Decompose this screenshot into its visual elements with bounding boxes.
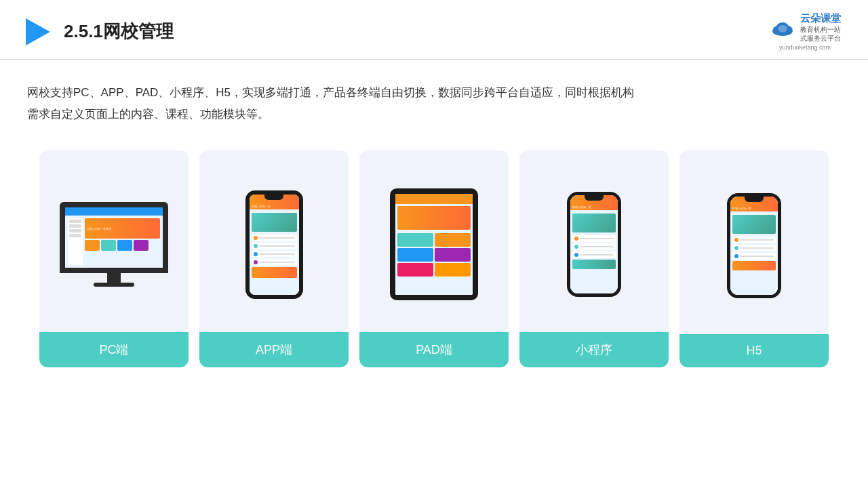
card-h5: 职通人的第一堂 <box>679 150 829 367</box>
ms-sidebar <box>68 218 83 265</box>
phone-body-app: 职通人的第一堂 <box>245 190 303 299</box>
tablet-body <box>390 188 478 300</box>
description-block: 网校支持PC、APP、PAD、小程序、H5，实现多端打通，产品各终端自由切换，数… <box>0 60 868 126</box>
card-pad: PAD端 <box>359 150 509 367</box>
tablet-screen <box>395 194 473 295</box>
logo-tagline: 教育机构一站 式服务云平台 <box>800 25 841 43</box>
miniapp-mockup: 职通人的第一堂 <box>519 150 669 332</box>
logo-main-text: 云朵课堂 <box>800 12 841 25</box>
card-miniapp: 职通人的第一堂 <box>519 150 669 367</box>
phone-screen-mini: 职通人的第一堂 <box>570 195 618 293</box>
monitor-body: 职通人的第一堂网课 <box>60 202 168 273</box>
app-mockup: 职通人的第一堂 <box>199 150 349 332</box>
card-label-pc: PC端 <box>39 332 189 367</box>
pc-monitor: 职通人的第一堂网课 <box>60 202 168 287</box>
logo-text-block: 云朵课堂 教育机构一站 式服务云平台 <box>800 12 841 43</box>
logo-url: yunduoketang.com <box>779 44 831 51</box>
card-label-pad: PAD端 <box>359 332 509 367</box>
pc-mockup: 职通人的第一堂网课 <box>39 150 189 332</box>
ms-banner: 职通人的第一堂网课 <box>85 218 160 239</box>
card-label-miniapp: 小程序 <box>519 332 669 367</box>
page-title: 2.5.1网校管理 <box>64 20 174 43</box>
phone-mockup-h5: 职通人的第一堂 <box>727 193 781 298</box>
phone-screen-h5: 职通人的第一堂 <box>730 197 778 295</box>
ms-header <box>65 207 163 216</box>
tablet-mockup <box>390 188 478 300</box>
card-pc: 职通人的第一堂网课 <box>39 150 189 367</box>
svg-point-5 <box>778 25 787 33</box>
ms-body: 职通人的第一堂网课 <box>65 216 163 268</box>
description-line2: 需求自定义页面上的内容、课程、功能模块等。 <box>27 104 841 125</box>
phone-screen-app: 职通人的第一堂 <box>250 195 299 295</box>
play-icon <box>20 16 53 48</box>
ms-main: 职通人的第一堂网课 <box>85 218 160 265</box>
h5-mockup: 职通人的第一堂 <box>679 150 829 334</box>
monitor-base <box>94 283 134 287</box>
monitor-screen: 职通人的第一堂网课 <box>65 207 163 268</box>
monitor-neck <box>107 273 121 283</box>
mini-phone-body-h5: 职通人的第一堂 <box>727 193 781 298</box>
phone-mockup-app: 职通人的第一堂 <box>245 190 303 299</box>
card-label-app: APP端 <box>199 332 349 367</box>
card-app: 职通人的第一堂 <box>199 150 349 367</box>
header-left: 2.5.1网校管理 <box>20 16 174 48</box>
logo-cloud: 云朵课堂 教育机构一站 式服务云平台 <box>769 12 841 43</box>
mini-phone-body: 职通人的第一堂 <box>567 192 621 297</box>
cards-section: 职通人的第一堂网课 <box>0 126 868 367</box>
description-line1: 网校支持PC、APP、PAD、小程序、H5，实现多端打通，产品各终端自由切换，数… <box>27 82 841 104</box>
phone-notch <box>264 195 283 200</box>
phone-mockup-mini: 职通人的第一堂 <box>567 192 621 297</box>
card-label-h5: H5 <box>679 334 829 367</box>
header: 2.5.1网校管理 云朵课堂 教育机构一站 式服务云平台 yunduoketan… <box>0 0 868 60</box>
phone-notch-h5 <box>745 197 764 202</box>
cloud-icon <box>769 18 796 37</box>
svg-marker-0 <box>26 18 50 45</box>
logo-area: 云朵课堂 教育机构一站 式服务云平台 yunduoketang.com <box>769 12 841 51</box>
phone-notch-mini <box>585 195 604 201</box>
pad-mockup <box>359 150 509 332</box>
